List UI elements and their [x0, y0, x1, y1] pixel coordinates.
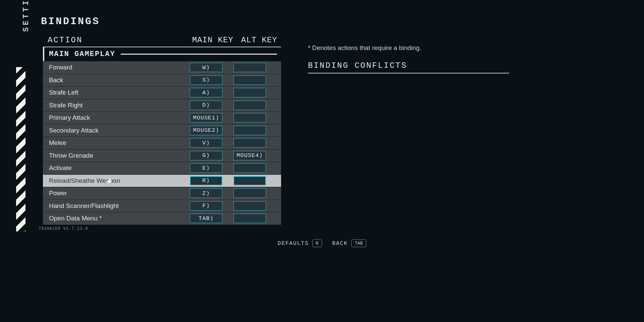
binding-row[interactable]: ActivateE) — [43, 162, 281, 174]
defaults-label: DEFAULTS — [278, 240, 309, 247]
alt-key-button[interactable] — [233, 63, 266, 72]
main-key-button[interactable]: F) — [190, 201, 222, 211]
section-divider — [121, 54, 277, 55]
hazard-stripe-decoration — [16, 67, 25, 231]
action-label: Reload/Sheathe Weapon — [49, 177, 190, 184]
alt-key-button[interactable] — [233, 189, 266, 198]
main-key-button[interactable]: V) — [190, 138, 222, 148]
main-key-button[interactable]: E) — [190, 163, 222, 173]
binding-row[interactable]: Strafe RightD) — [43, 99, 281, 112]
back-button[interactable]: BACK TAB — [332, 239, 366, 247]
alt-key-button[interactable] — [233, 126, 266, 135]
action-label: Secondary Attack — [49, 127, 190, 134]
binding-row[interactable]: Strafe LeftA) — [43, 86, 281, 99]
alt-key-button[interactable] — [233, 75, 266, 85]
binding-row[interactable]: PowerZ) — [43, 187, 281, 200]
action-label: Power — [49, 190, 190, 197]
binding-row[interactable]: Hand Scanner/FlashlightF) — [43, 200, 281, 212]
binding-conflicts-header: BINDING CONFLICTS — [308, 61, 509, 73]
defaults-key-hint: B — [312, 239, 322, 247]
alt-key-button[interactable] — [233, 101, 266, 110]
column-header-action: ACTION — [48, 36, 191, 45]
main-key-button[interactable]: Z) — [190, 189, 222, 198]
main-key-button[interactable]: TAB) — [190, 214, 222, 223]
binding-row[interactable]: Open Data Menu *TAB) — [43, 212, 281, 225]
main-key-button[interactable]: G) — [190, 151, 222, 160]
info-panel: * Denotes actions that require a binding… — [308, 44, 509, 73]
required-binding-note: * Denotes actions that require a binding… — [308, 44, 509, 52]
binding-row[interactable]: Primary AttackMOUSE1) — [43, 111, 281, 124]
bindings-table: ACTION MAIN KEY ALT KEY MAIN GAMEPLAY Fo… — [43, 34, 281, 225]
binding-row[interactable]: Reload/Sheathe WeaponR) — [43, 174, 281, 187]
defaults-button[interactable]: DEFAULTS B — [278, 239, 322, 247]
alt-key-button[interactable] — [233, 214, 266, 223]
binding-row[interactable]: ForwardW) — [43, 61, 281, 74]
action-label: Hand Scanner/Flashlight — [49, 202, 190, 210]
alt-key-button[interactable] — [233, 138, 266, 148]
action-label: Melee — [49, 139, 190, 147]
main-key-button[interactable]: R) — [190, 176, 222, 185]
column-header-main-key: MAIN KEY — [191, 36, 234, 45]
version-string: 7D4AA2D8 V1.7.23.0 — [39, 226, 88, 231]
action-label: Back — [49, 76, 190, 84]
main-key-button[interactable]: W) — [190, 63, 222, 72]
alt-key-button[interactable] — [233, 201, 266, 211]
main-key-button[interactable]: S) — [190, 75, 222, 85]
alt-key-button[interactable] — [233, 176, 266, 185]
section-header: MAIN GAMEPLAY — [43, 47, 281, 61]
action-label: Throw Grenade — [49, 152, 190, 159]
main-key-button[interactable]: MOUSE2) — [190, 126, 222, 135]
action-label: Forward — [49, 64, 190, 71]
main-key-button[interactable]: MOUSE1) — [190, 113, 222, 122]
alt-key-button[interactable]: MOUSE4) — [233, 151, 266, 160]
main-key-button[interactable]: D) — [190, 101, 222, 110]
binding-row[interactable]: BackS) — [43, 74, 281, 87]
footer-bar: DEFAULTS B BACK TAB — [0, 239, 644, 247]
column-header-alt-key: ALT KEY — [237, 36, 281, 45]
binding-row[interactable]: Throw GrenadeG)MOUSE4) — [43, 149, 281, 162]
alt-key-button[interactable] — [233, 113, 266, 122]
action-label: Activate — [49, 164, 190, 172]
action-label: Strafe Right — [49, 102, 190, 109]
section-label: MAIN GAMEPLAY — [49, 50, 115, 58]
page-title: BINDINGS — [41, 16, 100, 27]
action-label: Open Data Menu * — [49, 215, 190, 222]
back-label: BACK — [332, 240, 347, 247]
settings-vertical-label: SETTINGS — [22, 0, 31, 32]
back-key-hint: TAB — [351, 239, 366, 247]
alt-key-button[interactable] — [233, 163, 266, 173]
action-label: Primary Attack — [49, 114, 190, 121]
binding-row[interactable]: Secondary AttackMOUSE2) — [43, 124, 281, 137]
action-label: Strafe Left — [49, 89, 190, 96]
alt-key-button[interactable] — [233, 88, 266, 97]
binding-row[interactable]: MeleeV) — [43, 137, 281, 149]
main-key-button[interactable]: A) — [190, 88, 222, 97]
table-header-row: ACTION MAIN KEY ALT KEY — [43, 34, 281, 47]
